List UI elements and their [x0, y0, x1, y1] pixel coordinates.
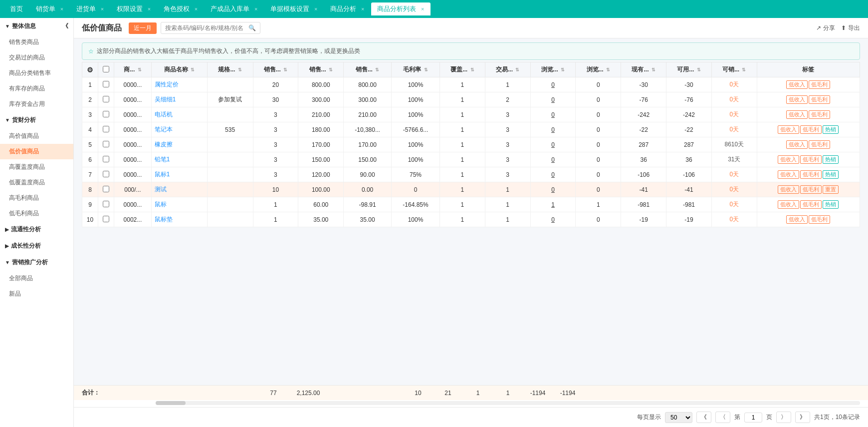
row-name[interactable]: 吴细细1: [151, 92, 207, 107]
row-browse1[interactable]: 0: [530, 212, 576, 227]
scrollbar-thumb[interactable]: [156, 401, 186, 405]
row-browse1[interactable]: 0: [530, 167, 576, 182]
row-spec: [207, 77, 253, 92]
sidebar-item-sales-goods[interactable]: 销售类商品: [0, 34, 73, 50]
sidebar-item-all-goods[interactable]: 全部商品: [0, 271, 73, 286]
row-available: -41: [666, 182, 712, 197]
sidebar-item-stock-goods[interactable]: 有库存的商品: [0, 81, 73, 96]
row-name[interactable]: 鼠标垫: [151, 212, 207, 227]
sidebar-group-marketing[interactable]: ▼ 营销推广分析: [0, 254, 73, 271]
footer-sale-price: 2,125.00: [288, 390, 328, 397]
row-checkbox[interactable]: [103, 126, 109, 132]
search-input[interactable]: [165, 24, 246, 31]
th-saleable[interactable]: 可销... ⇅: [711, 62, 757, 77]
th-sale-profit[interactable]: 销售... ⇅: [344, 62, 392, 77]
row-checkbox[interactable]: [103, 96, 109, 102]
page-number-input[interactable]: [744, 413, 762, 423]
nav-permission[interactable]: 权限设置 ×: [111, 2, 157, 15]
select-all-checkbox[interactable]: [103, 66, 109, 72]
row-sale-price: 35.00: [298, 212, 344, 227]
th-name[interactable]: 商品名称 ⇅: [151, 62, 207, 77]
nav-purchase-order[interactable]: 进货单 ×: [70, 2, 110, 15]
row-browse1[interactable]: 0: [530, 152, 576, 167]
page-size-select[interactable]: 50 100 200: [665, 412, 692, 423]
sidebar-item-high-value[interactable]: 高价值商品: [0, 128, 73, 144]
row-checkbox[interactable]: [103, 201, 109, 207]
nav-product-in[interactable]: 产成品入库单 ×: [205, 2, 263, 15]
nav-role-auth[interactable]: 角色授权 ×: [158, 2, 204, 15]
row-checkbox[interactable]: [103, 141, 109, 147]
share-button[interactable]: ↗ 分享: [816, 24, 835, 32]
row-coverage: 1: [439, 77, 485, 92]
sidebar-item-new-goods[interactable]: 新品: [0, 286, 73, 302]
row-browse1[interactable]: 0: [530, 107, 576, 122]
nav-goods-list[interactable]: 商品分析列表 ×: [371, 2, 430, 15]
th-sale-qty[interactable]: 销售... ⇅: [253, 62, 298, 77]
gear-icon[interactable]: ⚙: [87, 66, 93, 74]
row-browse1[interactable]: 0: [530, 137, 576, 152]
th-margin[interactable]: 毛利率 ⇅: [392, 62, 440, 77]
row-checkbox[interactable]: [103, 216, 109, 222]
row-available: 287: [666, 137, 712, 152]
th-coverage[interactable]: 覆盖... ⇅: [439, 62, 485, 77]
sidebar-item-traded-goods[interactable]: 交易过的商品: [0, 50, 73, 65]
row-checkbox[interactable]: [103, 156, 109, 162]
nav-sales-order[interactable]: 销货单 ×: [30, 2, 69, 15]
th-gear[interactable]: ⚙: [82, 62, 98, 77]
row-name[interactable]: 笔记本: [151, 122, 207, 137]
row-name[interactable]: 橡皮擦: [151, 137, 207, 152]
row-checkbox[interactable]: [103, 111, 109, 117]
horizontal-scrollbar[interactable]: [156, 401, 860, 405]
row-browse1[interactable]: 0: [530, 182, 576, 197]
row-sale-price: 120.00: [298, 167, 344, 182]
row-checkbox[interactable]: [103, 171, 109, 177]
row-browse1[interactable]: 0: [530, 77, 576, 92]
row-name[interactable]: 鼠标: [151, 197, 207, 212]
nav-template[interactable]: 单据模板设置 ×: [264, 2, 323, 15]
search-icon[interactable]: 🔍: [248, 24, 256, 31]
first-page-button[interactable]: 《: [696, 412, 711, 423]
tag-badge: 低收入: [778, 185, 799, 194]
sidebar-item-stock-capital[interactable]: 库存资金占用: [0, 96, 73, 112]
sidebar-group-flow[interactable]: ▶ 流通性分析: [0, 221, 73, 238]
th-browse2[interactable]: 浏览... ⇅: [576, 62, 621, 77]
prev-page-button[interactable]: 〈: [715, 412, 730, 423]
row-name[interactable]: 电话机: [151, 107, 207, 122]
nav-home[interactable]: 首页: [4, 2, 29, 15]
row-checkbox[interactable]: [103, 81, 109, 87]
sidebar-item-low-value[interactable]: 低价值商品: [0, 144, 73, 159]
row-name[interactable]: 测试: [151, 182, 207, 197]
th-spec[interactable]: 规格... ⇅: [207, 62, 253, 77]
row-browse1[interactable]: 1: [530, 197, 576, 212]
th-browse1[interactable]: 浏览... ⇅: [530, 62, 576, 77]
row-name[interactable]: 鼠标1: [151, 167, 207, 182]
collapse-btn[interactable]: 《: [62, 22, 68, 30]
row-current-stock: -19: [621, 212, 666, 227]
sidebar-group-overall[interactable]: ▼ 整体信息 《: [0, 18, 73, 34]
row-browse1[interactable]: 0: [530, 122, 576, 137]
row-sale-price: 170.00: [298, 137, 344, 152]
sidebar-item-low-coverage[interactable]: 低覆盖度商品: [0, 175, 73, 190]
next-page-button[interactable]: 〉: [776, 412, 791, 423]
th-trade[interactable]: 交易... ⇅: [485, 62, 530, 77]
sidebar-item-high-coverage[interactable]: 高覆盖度商品: [0, 159, 73, 175]
sidebar-item-high-margin[interactable]: 高毛利商品: [0, 190, 73, 206]
row-checkbox[interactable]: [103, 186, 109, 192]
th-available[interactable]: 可用... ⇅: [666, 62, 712, 77]
export-button[interactable]: ⬆ 导出: [841, 24, 860, 32]
row-days: 0天: [711, 167, 757, 182]
th-code[interactable]: 商... ⇅: [114, 62, 152, 77]
tag-badge: 低毛利: [800, 170, 822, 179]
sidebar-item-low-margin[interactable]: 低毛利商品: [0, 206, 73, 221]
sidebar-group-finance[interactable]: ▼ 货财分析: [0, 112, 73, 128]
filter-button[interactable]: 近一月: [129, 22, 157, 34]
sidebar-item-category-rate[interactable]: 商品分类销售率: [0, 65, 73, 81]
nav-goods-analysis[interactable]: 商品分析 ×: [324, 2, 370, 15]
th-sale-price[interactable]: 销售... ⇅: [298, 62, 344, 77]
last-page-button[interactable]: 》: [795, 412, 810, 423]
sidebar-group-growth[interactable]: ▶ 成长性分析: [0, 238, 73, 254]
row-name[interactable]: 属性定价: [151, 77, 207, 92]
row-name[interactable]: 铅笔1: [151, 152, 207, 167]
th-current[interactable]: 现有... ⇅: [621, 62, 666, 77]
row-browse1[interactable]: 0: [530, 92, 576, 107]
